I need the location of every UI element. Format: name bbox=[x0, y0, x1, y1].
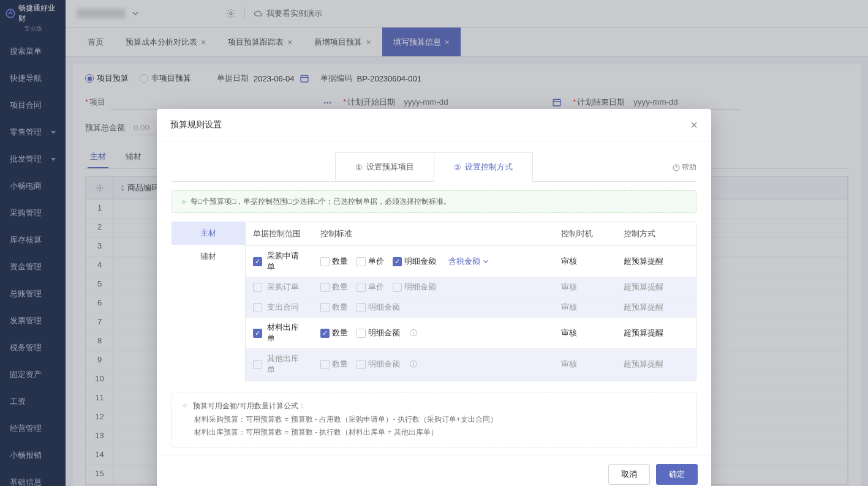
rule-side-main[interactable]: 主材 bbox=[172, 222, 245, 245]
checkbox-scope[interactable] bbox=[253, 283, 262, 292]
rule-row-3: 材料出库单数量明细金额ⓘ审核超预算提醒 bbox=[246, 318, 696, 349]
checkbox-qty[interactable] bbox=[320, 303, 330, 312]
ok-button[interactable]: 确定 bbox=[656, 464, 698, 485]
sparkle-icon: ✧ bbox=[181, 198, 187, 206]
checkbox-qty[interactable] bbox=[320, 257, 330, 266]
dialog-tab-2[interactable]: ② 设置控制方式 bbox=[434, 152, 533, 182]
checkbox-qty[interactable] bbox=[320, 329, 330, 338]
checkbox-qty[interactable] bbox=[320, 360, 330, 369]
checkbox-detail[interactable] bbox=[393, 257, 402, 266]
help-link[interactable]: 帮助 bbox=[673, 162, 696, 173]
tax-select[interactable]: 含税金额 bbox=[448, 256, 489, 267]
checkbox-scope[interactable] bbox=[253, 303, 262, 312]
rule-row-2: 支出合同数量明细金额审核超预算提醒 bbox=[246, 297, 696, 318]
info-icon: ⓘ bbox=[410, 359, 417, 370]
checkbox-detail[interactable] bbox=[357, 303, 366, 312]
checkbox-scope[interactable] bbox=[253, 257, 262, 266]
help-icon bbox=[673, 164, 680, 171]
col-standard: 控制标准 bbox=[313, 222, 554, 245]
checkbox-scope[interactable] bbox=[253, 360, 262, 369]
close-icon[interactable]: × bbox=[690, 119, 698, 131]
dialog-tab-1[interactable]: ① 设置预算项目 bbox=[335, 152, 434, 182]
hint-banner: ✧ 每□个预算项□，单据控制范围□少选择□个；已选控制单据，必须选择控制标准。 bbox=[172, 190, 696, 213]
chevron-down-icon bbox=[483, 258, 489, 264]
formula-box: ✧ 预算可用金额/可用数量计算公式： 材料采购预算：可用预算数 = 预算数 - … bbox=[172, 392, 696, 447]
col-time: 控制时机 bbox=[554, 222, 616, 245]
checkbox-price[interactable] bbox=[357, 283, 366, 292]
rule-table: 单据控制范围 控制标准 控制时机 控制方式 采购申请单数量单价明细金额含税金额 … bbox=[245, 222, 696, 381]
col-scope: 单据控制范围 bbox=[246, 222, 313, 245]
info-icon: ⓘ bbox=[410, 328, 417, 338]
checkbox-detail[interactable] bbox=[357, 329, 366, 338]
rule-row-4: 其他出库单数量明细金额ⓘ审核超预算提醒 bbox=[246, 349, 696, 380]
budget-rule-dialog: 预算规则设置 × ① 设置预算项目 ② 设置控制方式 帮助 ✧ 每□个预算项□，… bbox=[157, 109, 711, 486]
dialog-title: 预算规则设置 bbox=[170, 119, 222, 130]
col-way: 控制方式 bbox=[616, 222, 696, 245]
rule-side-tabs: 主材 辅材 bbox=[172, 222, 245, 381]
checkbox-price[interactable] bbox=[357, 257, 366, 266]
checkbox-scope[interactable] bbox=[253, 329, 262, 338]
checkbox-detail[interactable] bbox=[357, 360, 366, 369]
checkbox-detail[interactable] bbox=[393, 283, 402, 292]
checkbox-qty[interactable] bbox=[320, 283, 330, 292]
modal-overlay: 预算规则设置 × ① 设置预算项目 ② 设置控制方式 帮助 ✧ 每□个预算项□，… bbox=[0, 0, 868, 486]
rule-row-1: 采购订单数量单价明细金额审核超预算提醒 bbox=[246, 277, 696, 297]
bulb-icon: ✧ bbox=[182, 402, 188, 410]
rule-row-0: 采购申请单数量单价明细金额含税金额 审核超预算提醒 bbox=[246, 246, 696, 277]
cancel-button[interactable]: 取消 bbox=[608, 464, 650, 485]
rule-side-aux[interactable]: 辅材 bbox=[172, 245, 245, 268]
